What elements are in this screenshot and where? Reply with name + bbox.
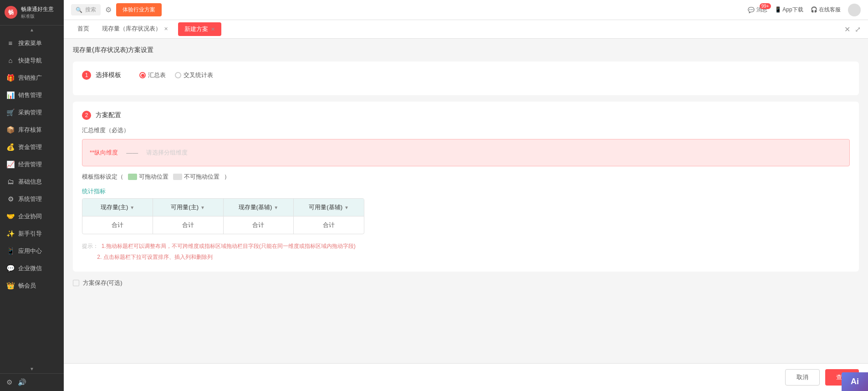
headset-icon: 🎧 — [811, 6, 817, 13]
user-avatar[interactable] — [848, 4, 861, 16]
radio-cross[interactable]: 交叉统计表 — [175, 71, 213, 79]
dimension-dash: —— — [126, 149, 138, 156]
handshake-icon: 🤝 — [6, 212, 15, 221]
step1-title: 选择模板 — [96, 71, 121, 79]
crown-icon: 👑 — [6, 282, 15, 290]
app-edition: 标准版 — [21, 13, 54, 20]
cart-icon: 🛒 — [6, 108, 15, 117]
cell-current-main: 合计 — [82, 216, 153, 234]
sidebar-item-system[interactable]: ⚙ 系统管理 — [0, 190, 64, 208]
trial-btn[interactable]: 体验行业方案 — [116, 3, 162, 16]
ai-badge[interactable]: Ai — [842, 372, 868, 391]
sidebar-scroll-up[interactable]: ▲ — [0, 26, 64, 35]
sidebar-item-collab[interactable]: 🤝 企业协同 — [0, 208, 64, 225]
topbar-gear-icon[interactable]: ⚙ — [105, 5, 112, 14]
chat-icon: 💬 — [6, 264, 15, 273]
tab-home[interactable]: 首页 — [71, 20, 96, 38]
phone-icon: 📱 — [6, 247, 15, 255]
tab-new-scheme[interactable]: 新建方案 ✕ — [178, 22, 221, 36]
tab-new-close[interactable]: ✕ — [211, 26, 215, 32]
sidebar-item-finance[interactable]: 💰 资金管理 — [0, 139, 64, 156]
col-available-aux-chevron: ▼ — [344, 205, 349, 210]
sidebar-item-basic-info[interactable]: 🗂 基础信息 — [0, 173, 64, 190]
sidebar-item-quicknav[interactable]: ⌂ 快捷导航 — [0, 52, 64, 69]
sidebar: 畅 畅康通好生意 标准版 ▲ ≡ 搜索菜单 ⌂ 快捷导航 🎁 营销推广 📊 销售… — [0, 0, 64, 391]
message-badge[interactable]: 💬 消息 99+ — [748, 6, 767, 14]
search-menu-icon: ≡ — [6, 39, 15, 47]
step2-badge: 2 — [82, 111, 91, 120]
search-icon: 🔍 — [76, 7, 82, 13]
message-count: 99+ — [760, 3, 771, 9]
sidebar-item-purchase[interactable]: 🛒 采购管理 — [0, 104, 64, 121]
radio-summary-circle — [139, 72, 146, 78]
step1-badge: 1 — [82, 71, 91, 80]
online-support[interactable]: 🎧 在线客服 — [811, 6, 841, 14]
speaker-icon[interactable]: 🔊 — [18, 378, 26, 386]
sidebar-scroll-down[interactable]: ▼ — [0, 364, 64, 373]
sidebar-bottom: ⚙ 🔊 — [0, 373, 64, 391]
step2-header: 2 方案配置 — [82, 111, 850, 120]
template-config-row: 模板指标设定（ 可拖动位置 不可拖动位置 ） — [82, 173, 850, 181]
gift-icon: 🎁 — [6, 74, 15, 82]
tab-inventory-close[interactable]: ✕ — [164, 26, 168, 32]
save-label: 方案保存(可选) — [83, 279, 123, 287]
search-box[interactable]: 🔍 搜索 — [71, 4, 101, 15]
col-current-aux[interactable]: 现存量(基辅) ▼ — [224, 199, 294, 216]
logo-icon: 畅 — [5, 6, 17, 19]
gear-icon: ⚙ — [6, 195, 15, 203]
tip2: 2. 点击标题栏下拉可设置排序、插入列和删除列 — [82, 252, 850, 262]
drag-indicator: 可拖动位置 — [128, 173, 168, 181]
col-current-aux-chevron: ▼ — [274, 205, 278, 210]
main-area: 🔍 搜索 ⚙ 体验行业方案 💬 消息 99+ 📱 App下载 🎧 在线客服 — [64, 0, 868, 391]
drag-box — [128, 174, 137, 180]
cancel-button[interactable]: 取消 — [785, 369, 820, 386]
sidebar-item-search[interactable]: ≡ 搜索菜单 — [0, 35, 64, 52]
topbar: 🔍 搜索 ⚙ 体验行业方案 💬 消息 99+ 📱 App下载 🎧 在线客服 — [64, 0, 868, 20]
radio-cross-circle — [175, 72, 181, 78]
save-checkbox[interactable] — [73, 280, 79, 286]
summary-dimension-label: 汇总维度（必选） — [82, 126, 850, 134]
tab-actions: ✕ ⤢ — [844, 25, 861, 34]
close-panel-icon[interactable]: ✕ — [844, 25, 850, 34]
no-drag-box — [173, 174, 182, 180]
sparkle-icon: ✨ — [6, 230, 15, 238]
tab-inventory[interactable]: 现存量（库存状况表） ✕ — [96, 20, 174, 38]
stats-table: 现存量(主) ▼ 可用量(主) ▼ 现存量(基辅) ▼ 可用量(基辅) ▼ — [82, 198, 364, 234]
dimension-placeholder: 请选择分组维度 — [146, 149, 188, 157]
sidebar-item-guide[interactable]: ✨ 新手引导 — [0, 225, 64, 242]
template-radio-group: 汇总表 交叉统计表 — [139, 71, 213, 79]
tips-section: 提示： 1.拖动标题栏可以调整布局，不可跨维度或指标区域拖动栏目字段(只能在同一… — [82, 241, 850, 262]
col-available-main[interactable]: 可用量(主) ▼ — [153, 199, 224, 216]
home-icon: ⌂ — [6, 57, 15, 64]
step2-card: 2 方案配置 汇总维度（必选） **纵向维度 —— 请选择分组维度 模板指标设定… — [73, 102, 859, 272]
save-row: 方案保存(可选) — [73, 279, 859, 287]
stats-table-header: 现存量(主) ▼ 可用量(主) ▼ 现存量(基辅) ▼ 可用量(基辅) ▼ — [82, 199, 364, 216]
radio-summary[interactable]: 汇总表 — [139, 71, 166, 79]
sidebar-item-wechat[interactable]: 💬 企业微信 — [0, 260, 64, 277]
sidebar-item-management[interactable]: 📈 经营管理 — [0, 156, 64, 173]
step2-title: 方案配置 — [96, 111, 121, 119]
stats-table-row: 合计 合计 合计 合计 — [82, 216, 364, 234]
expand-icon[interactable]: ⤢ — [855, 25, 861, 34]
col-available-main-chevron: ▼ — [200, 205, 205, 210]
tabs-bar: 首页 现存量（库存状况表） ✕ 新建方案 ✕ ✕ ⤢ — [64, 20, 868, 39]
settings-icon[interactable]: ⚙ — [6, 378, 12, 386]
col-current-main-chevron: ▼ — [130, 205, 134, 210]
footer-bar: 取消 查询 — [64, 363, 868, 391]
sidebar-item-appstore[interactable]: 📱 应用中心 — [0, 242, 64, 260]
app-download[interactable]: 📱 App下载 — [775, 6, 803, 14]
col-available-aux[interactable]: 可用量(基辅) ▼ — [294, 199, 364, 216]
dimension-box[interactable]: **纵向维度 —— 请选择分组维度 — [82, 139, 850, 166]
app-name: 畅康通好生意 — [21, 5, 54, 13]
sidebar-item-marketing[interactable]: 🎁 营销推广 — [0, 69, 64, 87]
tip1: 提示： 1.拖动标题栏可以调整布局，不可跨维度或指标区域拖动栏目字段(只能在同一… — [82, 241, 850, 252]
folder-icon: 🗂 — [6, 178, 15, 185]
money-icon: 💰 — [6, 143, 15, 151]
topbar-left: 🔍 搜索 ⚙ 体验行业方案 — [71, 3, 162, 16]
cell-available-aux: 合计 — [294, 216, 364, 234]
col-current-main[interactable]: 现存量(主) ▼ — [82, 199, 153, 216]
sidebar-item-member[interactable]: 👑 畅会员 — [0, 277, 64, 294]
sidebar-nav: ≡ 搜索菜单 ⌂ 快捷导航 🎁 营销推广 📊 销售管理 🛒 采购管理 📦 库存核… — [0, 35, 64, 364]
sidebar-item-sales[interactable]: 📊 销售管理 — [0, 87, 64, 104]
sidebar-item-inventory[interactable]: 📦 库存核算 — [0, 121, 64, 139]
